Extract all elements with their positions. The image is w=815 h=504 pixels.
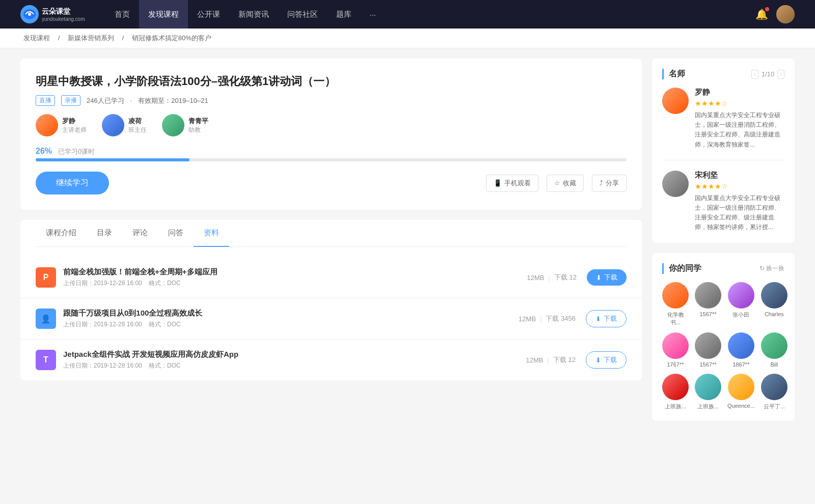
download-label-3: 下载	[604, 355, 617, 365]
tab-intro[interactable]: 课程介绍	[36, 220, 87, 247]
classmate-11[interactable]: Queence...	[727, 374, 755, 410]
share-icon: ⤴	[600, 179, 603, 187]
classmate-5-avatar	[662, 332, 689, 359]
classmate-12[interactable]: 云平丁...	[761, 374, 787, 410]
bell-icon[interactable]: 🔔	[755, 8, 768, 20]
progress-percent: 26%	[36, 147, 52, 155]
resource-item-3: T Jetpack全组件实战 开发短视频应用高仿皮皮虾App 上传日期：2019…	[20, 340, 642, 380]
classmate-5-name: 1767**	[667, 361, 684, 368]
favorite-button[interactable]: ☆ 收藏	[547, 175, 584, 192]
famous-teacher-2-info: 宋利坚 ★★★★☆ 国内某重点大学安全工程专业硕士，国家一级注册消防工程师、注册…	[695, 171, 784, 233]
breadcrumb-item-1[interactable]: 发现课程	[23, 34, 50, 42]
stats-divider-3: |	[548, 356, 549, 364]
nav-open-course[interactable]: 公开课	[188, 0, 229, 29]
nav-discover[interactable]: 发现课程	[139, 0, 188, 29]
nav-news[interactable]: 新闻资讯	[229, 0, 278, 29]
resource-format-3: 格式：DOC	[149, 362, 181, 369]
famous-teacher-1-desc: 国内某重点大学安全工程专业硕士，国家一级注册消防工程师、注册安全工程师、高级注册…	[695, 110, 784, 150]
download-button-1[interactable]: ⬇ 下载	[587, 269, 627, 286]
logo-url: yundouketang.com	[42, 16, 85, 22]
resource-info-3: Jetpack全组件实战 开发短视频应用高仿皮皮虾App 上传日期：2019-1…	[63, 350, 526, 370]
classmate-2-avatar	[695, 282, 721, 309]
breadcrumb-sep-2: /	[122, 34, 125, 42]
nav-quiz[interactable]: 题库	[327, 0, 361, 29]
teacher-1-name: 罗静	[62, 117, 87, 126]
navigation: 云朵课堂 yundouketang.com 首页 发现课程 公开课 新闻资讯 问…	[0, 0, 815, 29]
resource-info-1: 前端全栈加强版！前端全栈+全周期+多端应用 上传日期：2019-12-28 16…	[63, 267, 527, 288]
download-label-1: 下载	[604, 273, 617, 282]
classmate-9-avatar	[662, 374, 689, 400]
teachers-next-button[interactable]: ›	[777, 70, 784, 79]
stats-divider-1: |	[549, 274, 550, 282]
classmate-1[interactable]: 化学教书...	[662, 282, 689, 326]
resource-item-1: P 前端全栈加强版！前端全栈+全周期+多端应用 上传日期：2019-12-28 …	[20, 257, 642, 298]
tab-comments[interactable]: 评论	[122, 220, 158, 247]
user-avatar[interactable]	[776, 5, 795, 23]
teachers-prev-button[interactable]: ‹	[751, 70, 758, 79]
teacher-1-info: 罗静 主讲老师	[62, 117, 87, 134]
mobile-view-button[interactable]: 📱 手机观看	[486, 175, 538, 192]
continue-learning-button[interactable]: 继续学习	[36, 172, 109, 194]
notification-dot	[765, 7, 769, 11]
resource-item-2: 👤 跟随千万级项目从0到100全过程高效成长 上传日期：2019-12-28 1…	[20, 298, 642, 340]
teacher-3-avatar	[162, 114, 184, 136]
svg-point-1	[28, 13, 31, 16]
learners-count: 246人已学习	[87, 96, 124, 105]
famous-teacher-1-avatar	[662, 88, 689, 114]
teachers-row: 罗静 主讲老师 凌荷 班主任 青青平 助教	[36, 114, 627, 136]
stats-divider-2: |	[540, 315, 541, 323]
teacher-3-role: 助教	[188, 126, 208, 134]
teacher-3: 青青平 助教	[162, 114, 208, 136]
resource-stats-2: 12MB | 下载 3456	[519, 314, 576, 323]
resource-downloads-1: 下载 12	[554, 273, 577, 282]
teacher-1: 罗静 主讲老师	[36, 114, 87, 136]
logo[interactable]: 云朵课堂 yundouketang.com	[20, 5, 85, 23]
nav-right: 🔔	[755, 5, 795, 23]
breadcrumb-item-2[interactable]: 新媒体营销系列	[68, 34, 114, 42]
classmate-7[interactable]: 1867**	[727, 332, 755, 368]
classmate-9[interactable]: 上班族...	[662, 374, 689, 410]
share-button[interactable]: ⤴ 分享	[592, 175, 627, 192]
classmate-3[interactable]: 张小田	[727, 282, 755, 326]
star-icon: ☆	[554, 179, 560, 187]
resource-meta-2: 上传日期：2019-12-28 16:00 格式：DOC	[63, 320, 519, 329]
classmate-10[interactable]: 上班族...	[695, 374, 721, 410]
resource-stats-1: 12MB | 下载 12	[527, 273, 577, 282]
classmate-4-avatar	[761, 282, 787, 309]
resource-stats-3: 12MB | 下载 12	[526, 355, 576, 365]
resource-meta-1: 上传日期：2019-12-28 16:00 格式：DOC	[63, 279, 527, 288]
famous-teacher-1-stars: ★★★★☆	[695, 99, 784, 107]
valid-until: ·	[130, 97, 132, 104]
tab-resources[interactable]: 资料	[194, 220, 229, 247]
tab-qa[interactable]: 问答	[158, 220, 194, 247]
share-label: 分享	[606, 179, 619, 188]
resource-icon-3: T	[36, 350, 56, 370]
classmate-2-name: 1567**	[699, 311, 716, 317]
refresh-icon: ↻	[759, 265, 765, 272]
nav-qa[interactable]: 问答社区	[278, 0, 327, 29]
classmate-6[interactable]: 1567**	[695, 332, 721, 368]
classmate-8[interactable]: Bill	[761, 332, 787, 368]
nav-home[interactable]: 首页	[105, 0, 139, 29]
classmate-2[interactable]: 1567**	[695, 282, 721, 326]
classmate-1-avatar	[662, 282, 689, 309]
classmate-3-avatar	[728, 282, 754, 309]
nav-more[interactable]: ···	[361, 0, 386, 29]
famous-teacher-2: 宋利坚 ★★★★☆ 国内某重点大学安全工程专业硕士，国家一级注册消防工程师、注册…	[662, 171, 784, 233]
classmate-4[interactable]: Charles	[761, 282, 787, 326]
progress-bar-fill	[36, 158, 189, 161]
resource-icon-1: P	[36, 267, 56, 288]
badge-live: 直播	[36, 95, 55, 106]
classmate-5[interactable]: 1767**	[662, 332, 689, 368]
tabs-container: 课程介绍 目录 评论 问答 资料	[20, 220, 642, 247]
teachers-panel-header: 名师 ‹ 1/10 ›	[662, 69, 784, 79]
refresh-classmates-button[interactable]: ↻ 换一换	[759, 264, 784, 273]
classmate-10-avatar	[695, 374, 721, 400]
download-icon-2: ⬇	[595, 315, 601, 323]
resource-meta-3: 上传日期：2019-12-28 16:00 格式：DOC	[63, 361, 526, 370]
download-button-2[interactable]: ⬇ 下载	[586, 310, 627, 327]
tab-catalog[interactable]: 目录	[87, 220, 122, 247]
progress-bar-background	[36, 158, 627, 161]
download-button-3[interactable]: ⬇ 下载	[586, 351, 627, 369]
classmate-8-name: Bill	[770, 361, 778, 368]
